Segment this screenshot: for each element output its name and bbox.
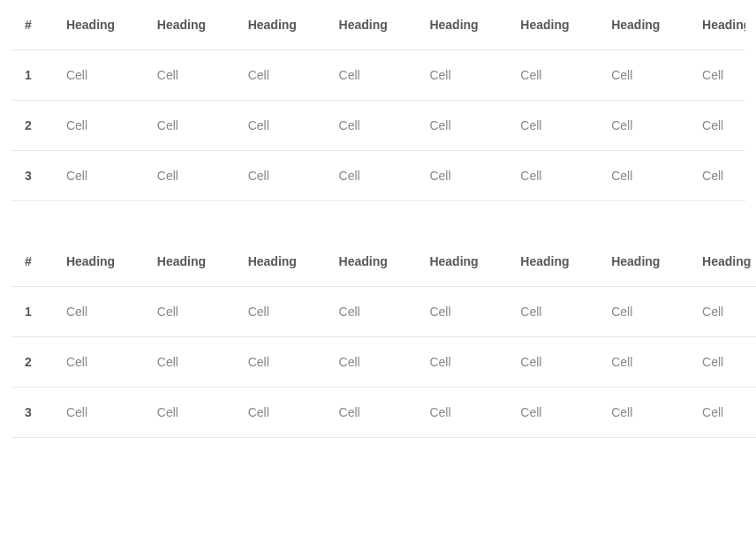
table-row-index: 2 <box>11 337 52 388</box>
table-header-cell: Heading <box>415 237 506 287</box>
table-cell: Cell <box>234 151 325 201</box>
table-header-cell: Heading <box>688 0 745 50</box>
table-cell: Cell <box>415 337 506 388</box>
table-cell: Cell <box>688 101 745 151</box>
table-cell: Cell <box>506 287 597 337</box>
table-cell: Cell <box>52 151 143 201</box>
table-cell: Cell <box>143 151 234 201</box>
table-cell: Cell <box>688 50 745 101</box>
table-row-index: 1 <box>11 50 52 101</box>
table-header-cell: Heading <box>506 0 597 50</box>
table-header-cell: Heading <box>325 0 416 50</box>
table-cell: Cell <box>506 50 597 101</box>
table-cell: Cell <box>143 337 234 388</box>
table-cell: Cell <box>597 50 688 101</box>
table-cell: Cell <box>688 337 756 388</box>
table-cell: Cell <box>325 287 416 337</box>
table-cell: Cell <box>52 388 143 438</box>
table-header-cell: Heading <box>143 0 234 50</box>
table-cell: Cell <box>325 50 416 101</box>
responsive-table-container-1[interactable]: # Heading Heading Heading Heading Headin… <box>11 0 745 201</box>
table-row: 1 Cell Cell Cell Cell Cell Cell Cell Cel… <box>11 287 756 337</box>
table-cell: Cell <box>143 388 234 438</box>
table-row: 3 Cell Cell Cell Cell Cell Cell Cell Cel… <box>11 151 745 201</box>
data-table-2: # Heading Heading Heading Heading Headin… <box>11 237 756 438</box>
table-header-cell: Heading <box>234 0 325 50</box>
table-cell: Cell <box>688 388 756 438</box>
table-header-cell: Heading <box>597 0 688 50</box>
table-row-index: 3 <box>11 151 52 201</box>
table-cell: Cell <box>415 388 506 438</box>
table-header-cell: Heading <box>52 0 143 50</box>
table-cell: Cell <box>688 151 745 201</box>
table-header-cell: Heading <box>234 237 325 287</box>
table-cell: Cell <box>52 50 143 101</box>
table-header-cell: Heading <box>506 237 597 287</box>
table-header-row: # Heading Heading Heading Heading Headin… <box>11 237 756 287</box>
table-header-row: # Heading Heading Heading Heading Headin… <box>11 0 745 50</box>
table-cell: Cell <box>506 337 597 388</box>
table-header-cell: Heading <box>325 237 416 287</box>
table-row-index: 3 <box>11 388 52 438</box>
table-cell: Cell <box>234 101 325 151</box>
table-cell: Cell <box>415 101 506 151</box>
table-header-index: # <box>11 237 52 287</box>
table-cell: Cell <box>325 151 416 201</box>
table-header-cell: Heading <box>597 237 688 287</box>
table-cell: Cell <box>597 287 688 337</box>
table-cell: Cell <box>325 101 416 151</box>
responsive-table-container-2: # Heading Heading Heading Heading Headin… <box>11 237 745 438</box>
table-cell: Cell <box>234 337 325 388</box>
table-header-cell: Heading <box>52 237 143 287</box>
table-row: 2 Cell Cell Cell Cell Cell Cell Cell Cel… <box>11 337 756 388</box>
table-cell: Cell <box>234 50 325 101</box>
table-cell: Cell <box>143 287 234 337</box>
table-cell: Cell <box>415 287 506 337</box>
table-cell: Cell <box>597 101 688 151</box>
table-cell: Cell <box>506 101 597 151</box>
table-cell: Cell <box>415 50 506 101</box>
table-cell: Cell <box>597 388 688 438</box>
table-header-cell: Heading <box>143 237 234 287</box>
table-header-index: # <box>11 0 52 50</box>
table-cell: Cell <box>325 388 416 438</box>
table-cell: Cell <box>597 337 688 388</box>
table-cell: Cell <box>688 287 756 337</box>
table-row: 3 Cell Cell Cell Cell Cell Cell Cell Cel… <box>11 388 756 438</box>
table-cell: Cell <box>415 151 506 201</box>
table-cell: Cell <box>597 151 688 201</box>
table-cell: Cell <box>234 287 325 337</box>
data-table-1: # Heading Heading Heading Heading Headin… <box>11 0 745 201</box>
table-row-index: 1 <box>11 287 52 337</box>
table-cell: Cell <box>506 151 597 201</box>
table-cell: Cell <box>325 337 416 388</box>
table-cell: Cell <box>143 101 234 151</box>
table-cell: Cell <box>52 287 143 337</box>
table-cell: Cell <box>143 50 234 101</box>
table-row-index: 2 <box>11 101 52 151</box>
table-cell: Cell <box>506 388 597 438</box>
table-header-cell: Heading <box>688 237 756 287</box>
table-cell: Cell <box>52 337 143 388</box>
table-header-cell: Heading <box>415 0 506 50</box>
table-cell: Cell <box>52 101 143 151</box>
table-cell: Cell <box>234 388 325 438</box>
table-row: 2 Cell Cell Cell Cell Cell Cell Cell Cel… <box>11 101 745 151</box>
table-row: 1 Cell Cell Cell Cell Cell Cell Cell Cel… <box>11 50 745 101</box>
